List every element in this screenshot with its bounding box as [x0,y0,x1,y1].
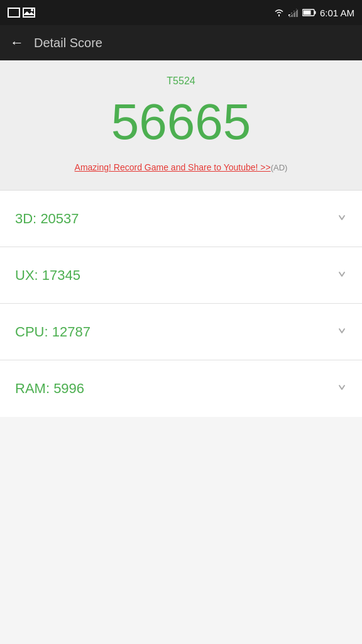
chevron-icon-ram [337,382,347,395]
app-bar-title: Detail Score [34,36,102,50]
signal-icon [288,8,299,17]
status-bar-left [8,8,35,18]
chevron-icon-ux [337,269,347,282]
device-name: T5524 [10,75,352,87]
svg-rect-10 [303,11,310,15]
score-item-3d[interactable]: 3D: 20537 [0,191,362,247]
svg-point-2 [31,9,33,11]
promo-link[interactable]: Amazing! Record Game and Share to Youtub… [75,162,271,172]
wifi-icon [273,8,285,17]
score-label-3d: 3D: 20537 [15,211,79,227]
status-bar-right: 6:01 AM [273,8,354,18]
status-bar: 6:01 AM [0,0,362,25]
main-score: 56665 [10,97,352,147]
app-bar: ← Detail Score [0,25,362,60]
score-section: T5524 56665 Amazing! Record Game and Sha… [0,60,362,191]
score-list: 3D: 20537 UX: 17345 CPU: 12787 [0,191,362,417]
image-icon [23,8,35,18]
promo-ad: (AD) [271,163,288,172]
score-item-cpu[interactable]: CPU: 12787 [0,304,362,360]
battery-icon [302,9,316,16]
score-item-ux[interactable]: UX: 17345 [0,247,362,304]
chevron-icon-cpu [337,326,347,338]
score-label-ram: RAM: 5996 [15,380,84,397]
promo-text[interactable]: Amazing! Record Game and Share to Youtub… [10,162,352,172]
svg-marker-1 [23,11,35,15]
back-button[interactable]: ← [10,35,24,51]
score-label-ux: UX: 17345 [15,267,80,284]
svg-rect-9 [314,11,315,14]
chevron-icon-3d [337,213,347,225]
score-item-ram[interactable]: RAM: 5996 [0,360,362,417]
score-label-cpu: CPU: 12787 [15,324,90,340]
status-time: 6:01 AM [320,8,354,18]
square-icon [8,8,20,18]
